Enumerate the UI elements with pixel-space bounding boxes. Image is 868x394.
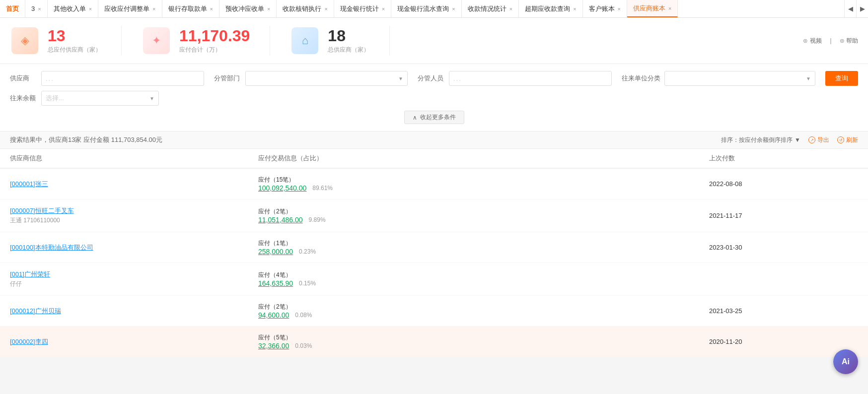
supplier-label: 供应商 [10, 74, 37, 83]
supplier-info-3: [000100]本特勤油品有限公司 [10, 243, 258, 252]
cash-bank-stat-close[interactable]: × [382, 6, 385, 12]
supplier-name-5[interactable]: [000012]广州贝瑞 [10, 307, 258, 316]
video-btn[interactable]: ⊙ 视频 [803, 37, 821, 45]
supplier-name-6[interactable]: [000002]李四 [10, 337, 258, 346]
overdue-query-label: 超期应收款查询 [525, 4, 570, 13]
nav-tab-cash-bank-stat[interactable]: 现金银行统计 × [334, 0, 391, 17]
bank-deposit-close[interactable]: × [210, 6, 213, 12]
tx-amount-row-5: 94,600.00 0.08% [258, 311, 709, 319]
refresh-button[interactable]: ↺ 刷新 [837, 136, 858, 144]
results-bar: 搜索结果中，供应商13家 应付金额 111,703,854.00元 排序：按应付… [0, 131, 868, 149]
nav-tab-other-income[interactable]: 其他收入单 × [48, 0, 98, 17]
nav-tab-home[interactable]: 首页 [0, 0, 25, 17]
supplier-name-3[interactable]: [000100]本特勤油品有限公司 [10, 243, 258, 252]
stat-number-1: 13 [48, 28, 101, 44]
balance-label: 往来余额 [10, 94, 37, 103]
sort-arrow: ▼ [795, 136, 800, 143]
tx-amount-row-1: 100,092,540.00 89.61% [258, 184, 709, 192]
tx-amount-4[interactable]: 164,635.90 [258, 279, 293, 287]
supplier-name-1[interactable]: [000001]张三 [10, 180, 258, 189]
diamond-icon: ◈ [11, 27, 38, 54]
divider1: ｜ [828, 37, 834, 45]
customer-account-label: 客户账本 [589, 4, 615, 13]
nav-tab-overdue-query[interactable]: 超期应收款查询 × [519, 0, 582, 17]
supplier-placeholder: ... [46, 75, 54, 82]
tx-amount-row-2: 11,051,486.00 9.89% [258, 216, 709, 224]
tx-amount-row-4: 164,635.90 0.15% [258, 279, 709, 287]
supplier-input[interactable]: ... [41, 71, 204, 86]
tx-percent-5: 0.08% [295, 312, 312, 319]
ap-adjust-label: 应收应付调整单 [104, 4, 149, 13]
nav-prev-btn[interactable]: ◀ [844, 0, 856, 18]
nav-tab-collect-stat[interactable]: 收款情况统计 × [462, 0, 519, 17]
tx-amount-row-3: 258,000.00 0.23% [258, 248, 709, 256]
tx-row-2: 应付（2笔） [258, 207, 709, 216]
person-input[interactable]: ... [449, 71, 612, 86]
tx-amount-3[interactable]: 258,000.00 [258, 248, 293, 256]
stat-block-2: ✦ 11,170.39 应付合计（万） [142, 26, 270, 56]
overdue-query-close[interactable]: × [573, 6, 576, 12]
table-container: 供应商信息 应付交易信息（占比） 上次付数 [000001]张三 应付（15笔）… [0, 149, 868, 357]
supplier-name-2[interactable]: [000007]恒旺二手叉车 [10, 206, 258, 215]
cash-bank-stat-label: 现金银行统计 [340, 4, 379, 13]
prepay-collect-close[interactable]: × [267, 6, 270, 12]
nav-tab-prepay-collect[interactable]: 预收冲应收单 × [219, 0, 277, 17]
col-supplier-header: 供应商信息 [10, 154, 258, 163]
nav-tab-3[interactable]: 3 × [25, 0, 48, 17]
tab3-label: 3 [31, 5, 35, 12]
collapse-button[interactable]: ∧ 收起更多条件 [404, 111, 464, 124]
filter-person: 分管人员 ... [418, 71, 612, 86]
collect-verify-close[interactable]: × [324, 6, 327, 12]
stat-icon-1: ◈ [10, 26, 40, 56]
stat-label-3: 总供应商（家） [328, 46, 369, 54]
person-label: 分管人员 [418, 74, 445, 83]
nav-tab-customer-account[interactable]: 客户账本 × [583, 0, 627, 17]
supplier-account-close[interactable]: × [668, 5, 671, 11]
stat-block-1: ◈ 13 总应付供应商（家） [10, 26, 122, 56]
cash-bank-flow-label: 现金银行流水查询 [397, 4, 449, 13]
dept-input[interactable]: ▼ [245, 71, 408, 86]
last-pay-1: 2022-08-08 [709, 180, 858, 188]
collect-stat-close[interactable]: × [509, 6, 512, 12]
nav-tab-bank-deposit[interactable]: 银行存取款单 × [162, 0, 219, 17]
filter-row-1: 供应商 ... 分管部门 ▼ 分管人员 ... 往来单位分类 ▼ 查询 [10, 71, 858, 86]
nav-tab-ap-adjust[interactable]: 应收应付调整单 × [98, 0, 162, 17]
col-tx-header: 应付交易信息（占比） [258, 154, 709, 163]
customer-account-close[interactable]: × [618, 6, 621, 12]
tx-row-4: 应付（4笔） [258, 271, 709, 279]
tx-amount-2[interactable]: 11,051,486.00 [258, 216, 303, 224]
table-row: [001]广州荣轩 仔仔 应付（4笔） 164,635.90 0.15% [0, 263, 868, 296]
nav-tab-cash-bank-flow[interactable]: 现金银行流水查询 × [391, 0, 461, 17]
category-input[interactable]: ▼ [664, 71, 816, 86]
query-button[interactable]: 查询 [825, 71, 858, 86]
tx-amount-6[interactable]: 32,366.00 [258, 342, 289, 350]
supplier-account-label: 供应商账本 [633, 4, 665, 13]
tx-percent-4: 0.15% [299, 280, 316, 287]
supplier-info-1: [000001]张三 [10, 180, 258, 189]
nav-tab-supplier-account[interactable]: 供应商账本 × [627, 0, 678, 17]
tx-percent-6: 0.03% [295, 342, 312, 349]
balance-arrow: ▼ [149, 96, 154, 101]
supplier-info-2: [000007]恒旺二手叉车 王通 17106110000 [10, 206, 258, 225]
nav-next-btn[interactable]: ▶ [856, 0, 868, 18]
nav-tab-collect-verify[interactable]: 收款核销执行 × [277, 0, 334, 17]
balance-input[interactable]: 选择... ▼ [41, 91, 159, 106]
tx-label-3: 应付（1笔） [258, 239, 291, 248]
other-income-close[interactable]: × [89, 6, 92, 12]
category-arrow: ▼ [806, 76, 811, 81]
supplier-name-4[interactable]: [001]广州荣轩 [10, 270, 258, 279]
sort-select[interactable]: 排序：按应付余额倒序排序 ▼ [721, 136, 800, 144]
ap-adjust-close[interactable]: × [152, 6, 155, 12]
help-btn[interactable]: ⊙ 帮助 [840, 37, 858, 45]
results-actions: 排序：按应付余额倒序排序 ▼ ↗ 导出 ↺ 刷新 [721, 136, 858, 144]
tx-percent-3: 0.23% [299, 248, 316, 255]
stat-block-3: ⌂ 18 总供应商（家） [290, 26, 390, 56]
cash-bank-flow-close[interactable]: × [452, 6, 455, 12]
tx-amount-1[interactable]: 100,092,540.00 [258, 184, 306, 192]
tx-amount-5[interactable]: 94,600.00 [258, 311, 289, 319]
filter-area: 供应商 ... 分管部门 ▼ 分管人员 ... 往来单位分类 ▼ 查询 [0, 64, 868, 131]
tab3-close[interactable]: × [38, 6, 41, 12]
table-row: [000001]张三 应付（15笔） 100,092,540.00 89.61%… [0, 169, 868, 199]
export-button[interactable]: ↗ 导出 [808, 136, 829, 144]
sort-label: 排序：按应付余额倒序排序 [721, 136, 793, 144]
